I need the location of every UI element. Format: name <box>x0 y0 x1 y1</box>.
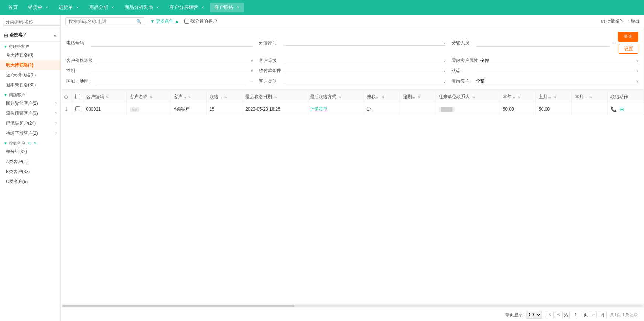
help-icon3: ? <box>55 121 57 126</box>
sidebar-item-a-class[interactable]: A类客户(1) <box>0 157 60 167</box>
th-last-method[interactable]: 最后联络方式 ⇅ <box>307 91 364 103</box>
horizontal-scrollbar[interactable] <box>61 304 644 308</box>
per-page-select[interactable]: 50 <box>526 311 542 319</box>
sidebar-group-value: ▼ 价值客户 ↻ ✎ <box>0 138 60 147</box>
action-icons: 📞 ⊞ <box>610 106 641 112</box>
th-this-year[interactable]: 本年... ⇅ <box>500 91 536 103</box>
search-submit-icon[interactable]: 🔍 <box>136 19 142 24</box>
collapse-icon[interactable]: « <box>54 32 57 38</box>
grid-action-icon[interactable]: ⊞ <box>620 106 624 112</box>
nav-customer-tier[interactable]: 客户分层经营 ✕ <box>165 3 209 12</box>
help-icon2: ? <box>55 111 57 116</box>
close-customer-contact-icon[interactable]: ✕ <box>237 6 239 10</box>
customer-type-select[interactable] <box>283 79 442 84</box>
sort-icon-year: ⇅ <box>517 95 520 99</box>
gender-select[interactable] <box>91 68 250 73</box>
status-select[interactable] <box>476 68 635 73</box>
retail-attr-select[interactable]: 全部 <box>480 58 635 63</box>
gender-wrapper: ∨ <box>91 68 253 73</box>
nav-purchase[interactable]: 进货单 ✕ <box>54 3 83 12</box>
payment-select[interactable] <box>283 68 442 73</box>
person-input[interactable] <box>476 39 610 47</box>
close-product-analysis-icon[interactable]: ✕ <box>111 6 114 10</box>
th-overdue[interactable]: 逾期... ⇅ <box>400 91 436 103</box>
th-contact-person[interactable]: 往来单位联系人 ⇅ <box>436 91 500 103</box>
close-customer-tier-icon[interactable]: ✕ <box>201 6 204 10</box>
filter-more-btn[interactable]: ▼ 更多条件 ▲ <box>148 17 181 25</box>
nav-product-list[interactable]: 商品分析列表 ✕ <box>120 3 164 12</box>
settings-gear-icon[interactable]: ⚙ <box>64 94 69 100</box>
sidebar-item-tomorrow[interactable]: 明天待联络(1) <box>0 60 60 70</box>
sidebar-item-churned[interactable]: 已流失客户(24) ? <box>0 118 60 128</box>
query-button[interactable]: 查询 <box>618 32 638 42</box>
search-input[interactable] <box>69 19 135 24</box>
retail-customer-select[interactable]: 全部 <box>476 79 635 84</box>
th-unlinked[interactable]: 未联... ⇅ <box>364 91 400 103</box>
page-input[interactable] <box>569 311 582 318</box>
nav-customer-contact[interactable]: 客户联络 ✕ <box>210 3 244 12</box>
person-more-icon[interactable]: ··· <box>612 40 616 45</box>
th-name[interactable]: 客户名称 ⇅ <box>127 91 171 103</box>
main-content: 🔍 ▼ 更多条件 ▲ 我分管的客户 ☑ 批量操作 ↑ 导出 <box>61 15 644 321</box>
th-code[interactable]: 客户编码 ⇅ <box>83 91 127 103</box>
th-contact-count[interactable]: 联络... ⇅ <box>206 91 242 103</box>
top-nav: 首页 销货单 ✕ 进货单 ✕ 商品分析 ✕ 商品分析列表 ✕ 客户分层经营 ✕ … <box>0 0 644 15</box>
sidebar-item-overdue[interactable]: 逾期未联络(30) <box>0 80 60 90</box>
sidebar-item-today[interactable]: 今天待联络(0) <box>0 50 60 60</box>
filter-phone: 电话号码 <box>66 32 253 54</box>
th-last-date[interactable]: 最后联络日期 ⇅ <box>242 91 307 103</box>
phone-action-icon[interactable]: 📞 <box>610 106 617 112</box>
filter-region: 区域（地区） ··· <box>66 77 253 85</box>
refresh-icon[interactable]: ↻ <box>28 141 31 146</box>
scroll-thumb[interactable] <box>62 305 294 307</box>
nav-home[interactable]: 首页 <box>4 3 22 12</box>
edit-icon[interactable]: ✎ <box>34 141 37 146</box>
th-this-month[interactable]: 本月... ⇅ <box>571 91 608 103</box>
filter-dept: 分管部门 ∨ <box>259 32 446 54</box>
sidebar-group-problem: ▼ 问题客户 <box>0 90 60 99</box>
close-purchase-icon[interactable]: ✕ <box>76 6 79 10</box>
th-customer-type[interactable]: 客户... ⇅ <box>171 91 207 103</box>
nav-product-analysis[interactable]: 商品分析 ✕ <box>85 3 119 12</box>
region-input[interactable] <box>95 77 247 85</box>
my-customers-checkbox-label[interactable]: 我分管的客户 <box>184 18 217 24</box>
retail-attr-wrapper: 全部 ∨ <box>480 58 638 63</box>
page-next-btn[interactable]: > <box>589 311 597 318</box>
sidebar-item-ungrouped[interactable]: 未分组(32) <box>0 147 60 157</box>
close-product-list-icon[interactable]: ✕ <box>156 6 159 10</box>
customer-grade-select[interactable] <box>283 58 442 63</box>
page-last-btn[interactable]: >| <box>598 311 607 318</box>
my-customers-checkbox[interactable] <box>184 19 189 24</box>
export-btn[interactable]: ↑ 导出 <box>627 18 640 24</box>
sidebar-item-c-class[interactable]: C类客户(6) <box>0 177 60 187</box>
triangle-icon2: ▼ <box>4 93 7 97</box>
sidebar-item-repurchase[interactable]: 回购异常客户(2) ? <box>0 99 60 108</box>
price-grade-select[interactable] <box>95 58 250 63</box>
table-header-row: ⚙ 客户编码 ⇅ 客户名称 ⇅ <box>61 91 644 103</box>
sidebar-search-area: 🔍 <box>0 15 60 29</box>
th-last-month[interactable]: 上月... ⇅ <box>536 91 572 103</box>
row-checkbox[interactable] <box>75 106 80 111</box>
phone-input[interactable] <box>91 39 253 47</box>
sort-icon-date: ⇅ <box>274 95 277 99</box>
setting-button[interactable]: 设置 <box>619 44 638 54</box>
page-prev-btn[interactable]: < <box>555 311 563 318</box>
page-label-text: 第 <box>564 312 568 318</box>
select-all-checkbox[interactable] <box>75 94 80 99</box>
customer-table: ⚙ 客户编码 ⇅ 客户名称 ⇅ <box>61 91 644 115</box>
batch-ops-btn[interactable]: ☑ 批量操作 <box>601 18 624 24</box>
nav-sales[interactable]: 销货单 ✕ <box>24 3 53 12</box>
sort-icon-contact: ⇅ <box>224 95 227 99</box>
sort-icon-code: ⇅ <box>106 95 109 99</box>
last-method-link[interactable]: 下销货单 <box>310 106 328 111</box>
page-first-btn[interactable]: |< <box>545 311 554 318</box>
region-more-icon[interactable]: ··· <box>249 79 253 84</box>
sidebar-item-7days[interactable]: 近7天待联络(0) <box>0 70 60 80</box>
close-sales-icon[interactable]: ✕ <box>45 6 48 10</box>
sidebar-search-input[interactable] <box>3 18 61 26</box>
sidebar-item-churn-warning[interactable]: 流失预警客户(3) ? <box>0 108 60 118</box>
sidebar-item-declining[interactable]: 持续下滑客户(2) ? <box>0 128 60 138</box>
sidebar-item-b-class[interactable]: B类客户(33) <box>0 167 60 177</box>
sidebar-all-customers[interactable]: ⊞ 全部客户 « <box>0 29 60 42</box>
dept-select[interactable] <box>283 40 442 45</box>
